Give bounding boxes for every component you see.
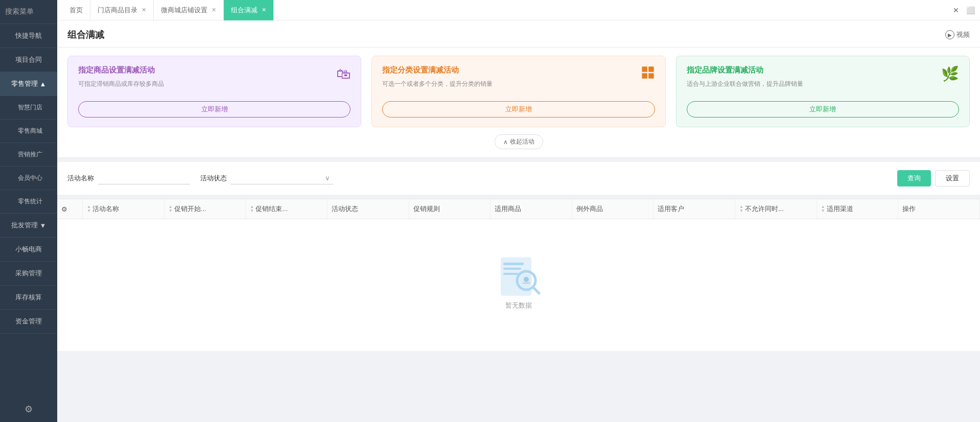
svg-rect-6 [503, 268, 521, 270]
th-applicable-goods: 适用商品 [491, 199, 572, 219]
sidebar-item-purchase-mgmt[interactable]: 采购管理 [0, 262, 57, 286]
product-card-desc: 可指定滞销商品或库存较多商品 [78, 79, 351, 88]
category-card-title: 指定分类设置满减活动 [382, 65, 655, 75]
th-promo-end: ▲▼ 促销结束... [246, 199, 328, 219]
collapse-activity-button[interactable]: ∧ 收起活动 [495, 134, 543, 149]
tab-close-store-catalog[interactable]: ✕ [142, 7, 146, 13]
th-activity-name: ▲▼ 活动名称 [83, 199, 165, 219]
sidebar-settings[interactable]: ⚙ [0, 396, 57, 422]
sort-icon[interactable]: ▲▼ [250, 205, 254, 213]
sort-icon[interactable]: ▲▼ [87, 205, 91, 213]
svg-point-11 [524, 277, 529, 282]
sidebar-item-retail-mgmt[interactable]: 零售管理 ▲ [0, 72, 57, 96]
sidebar-item-quick-nav[interactable]: 快捷导航 [0, 24, 57, 48]
sidebar-search[interactable]: 搜索菜单 [0, 0, 57, 24]
brand-card-icon: 🌿 [941, 65, 959, 82]
svg-rect-0 [642, 66, 647, 72]
close-window-button[interactable]: ✕ [951, 6, 961, 15]
video-icon: ▶ [945, 30, 954, 39]
sidebar-item-marketing[interactable]: 营销推广 [0, 143, 57, 167]
activity-status-field: 活动状态 ∨ [200, 172, 333, 184]
activity-status-label: 活动状态 [200, 174, 227, 183]
activity-name-field: 活动名称 [67, 172, 190, 184]
product-card-add-button[interactable]: 立即新增 [78, 101, 351, 118]
collapse-bar: ∧ 收起活动 [67, 134, 970, 149]
category-activity-card: 指定分类设置满减活动 可选一个或者多个分类，提升分类的销量 立即新增 [371, 56, 665, 127]
th-applicable-customers: 适用客户 [654, 199, 735, 219]
content-area: 组合满减 ▶ 视频 指定商品设置满减活动 可指定滞销商品或库存较多商品 🛍 立即… [57, 20, 980, 422]
page-header: 组合满减 ▶ 视频 [57, 20, 980, 48]
window-controls: ✕ ⬜ [951, 6, 975, 15]
settings-icon: ⚙ [61, 205, 67, 213]
th-promo-rules: 促销规则 [409, 199, 491, 219]
video-link[interactable]: ▶ 视频 [945, 30, 970, 39]
empty-state: 暂无数据 [57, 219, 980, 341]
activity-cards: 指定商品设置满减活动 可指定滞销商品或库存较多商品 🛍 立即新增 指定分类设置满… [67, 56, 970, 127]
th-excluded-goods: 例外商品 [572, 199, 654, 219]
svg-rect-3 [648, 73, 654, 79]
chevron-down-icon: ∨ [325, 174, 330, 182]
th-not-allow-concurrent: ▲▼ 不允许同时... [735, 199, 817, 219]
sidebar-item-retail-stats[interactable]: 零售统计 [0, 190, 57, 214]
sort-icon[interactable]: ▲▼ [169, 205, 173, 213]
tab-close-combo-discount[interactable]: ✕ [262, 7, 266, 13]
product-card-title: 指定商品设置满减活动 [78, 65, 351, 75]
product-activity-card: 指定商品设置满减活动 可指定滞销商品或库存较多商品 🛍 立即新增 [67, 56, 361, 127]
activity-name-input[interactable] [98, 172, 190, 184]
tab-wechat-store[interactable]: 微商城店铺设置 ✕ [154, 0, 224, 20]
th-operations: 操作 [898, 199, 980, 219]
svg-rect-1 [648, 66, 654, 72]
activity-status-select[interactable]: ∨ [231, 172, 333, 184]
main-area: 首页 门店商品目录 ✕ 微商城店铺设置 ✕ 组合满减 ✕ ✕ ⬜ 组合满减 [57, 0, 980, 422]
table-header: ⚙ ▲▼ 活动名称 ▲▼ 促销开始... ▲▼ 促销结束... 活动状态 [57, 199, 980, 219]
sort-icon[interactable]: ▲▼ [739, 205, 743, 213]
brand-card-title: 指定品牌设置满减活动 [687, 65, 959, 75]
settings-icon: ⚙ [25, 404, 33, 415]
maximize-window-button[interactable]: ⬜ [966, 6, 975, 15]
empty-text: 暂无数据 [505, 301, 532, 310]
svg-line-10 [533, 287, 539, 293]
tab-close-wechat-store[interactable]: ✕ [212, 7, 216, 13]
page-title: 组合满减 [67, 29, 104, 41]
sidebar-item-fund-mgmt[interactable]: 资金管理 [0, 310, 57, 334]
sidebar-item-retail-mall[interactable]: 零售商城 [0, 120, 57, 143]
sidebar-item-member-center[interactable]: 会员中心 [0, 167, 57, 190]
empty-illustration [488, 250, 549, 301]
brand-activity-card: 指定品牌设置满减活动 适合与上游企业联合做营销，提升品牌销量 🌿 立即新增 [676, 56, 970, 127]
th-applicable-channels: ▲▼ 适用渠道 [817, 199, 899, 219]
sidebar-item-project-contract[interactable]: 项目合同 [0, 48, 57, 72]
category-card-desc: 可选一个或者多个分类，提升分类的销量 [382, 79, 655, 88]
sort-icon[interactable]: ▲▼ [821, 205, 825, 213]
sidebar: 搜索菜单 快捷导航 项目合同 零售管理 ▲ 智慧门店 零售商城 营销推广 会员中… [0, 0, 57, 422]
sidebar-item-inventory-calc[interactable]: 库存核算 [0, 286, 57, 310]
svg-rect-5 [503, 263, 524, 265]
th-promo-start: ▲▼ 促销开始... [165, 199, 246, 219]
filter-actions: 查询 设置 [897, 170, 970, 186]
set-button[interactable]: 设置 [935, 170, 970, 186]
tab-combo-discount[interactable]: 组合满减 ✕ [224, 0, 274, 20]
svg-rect-2 [642, 73, 647, 79]
sidebar-item-smart-store[interactable]: 智慧门店 [0, 96, 57, 120]
brand-card-add-button[interactable]: 立即新增 [687, 101, 959, 118]
th-activity-status: 活动状态 [328, 199, 409, 219]
category-card-add-button[interactable]: 立即新增 [382, 101, 655, 118]
tab-home[interactable]: 首页 [62, 0, 90, 20]
filter-section: 活动名称 活动状态 ∨ 查询 设置 [57, 162, 980, 195]
tab-bar: 首页 门店商品目录 ✕ 微商城店铺设置 ✕ 组合满减 ✕ ✕ ⬜ [57, 0, 980, 20]
chevron-down-icon: ▼ [40, 222, 46, 229]
tab-store-catalog[interactable]: 门店商品目录 ✕ [90, 0, 154, 20]
chevron-up-icon: ▲ [40, 80, 46, 88]
chevron-up-icon: ∧ [503, 138, 508, 146]
category-card-icon [641, 65, 655, 83]
sidebar-item-xiaochu-ecom[interactable]: 小畅电商 [0, 238, 57, 262]
brand-card-desc: 适合与上游企业联合做营销，提升品牌销量 [687, 79, 959, 88]
query-button[interactable]: 查询 [897, 170, 931, 186]
sidebar-item-wholesale-mgmt[interactable]: 批发管理 ▼ [0, 214, 57, 238]
activity-name-label: 活动名称 [67, 174, 94, 183]
svg-rect-7 [503, 273, 519, 275]
table-section: ⚙ ▲▼ 活动名称 ▲▼ 促销开始... ▲▼ 促销结束... 活动状态 [57, 199, 980, 351]
product-card-icon: 🛍 [336, 65, 351, 82]
th-settings[interactable]: ⚙ [57, 199, 83, 219]
activity-section: 指定商品设置满减活动 可指定滞销商品或库存较多商品 🛍 立即新增 指定分类设置满… [57, 48, 980, 158]
